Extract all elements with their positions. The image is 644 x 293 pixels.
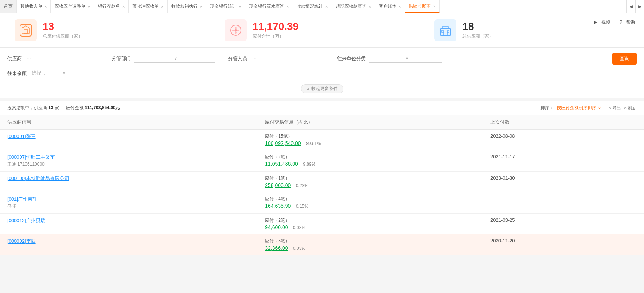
close-tab-icon[interactable]: × — [399, 4, 401, 9]
close-tab-icon[interactable]: × — [88, 4, 90, 9]
tx-percent-1: 9.89% — [303, 162, 315, 167]
tx-label-3: 应付（4笔） — [265, 196, 476, 202]
tx-cell-1: 应付（2笔） 11,051,486.00 9.89% — [258, 150, 483, 172]
nav-tab-label: 应收应付调整单 — [55, 3, 85, 10]
filter-person: 分管人员 — [228, 54, 324, 63]
supplier-link-3[interactable]: [001]广州荣轩 — [7, 196, 37, 202]
close-tab-icon[interactable]: × — [161, 4, 163, 9]
person-filter-input[interactable] — [250, 54, 324, 63]
tx-amount-0[interactable]: 100,092,540.00 — [265, 140, 301, 146]
filter-balance: 往来余额 选择... ∨ — [7, 68, 96, 78]
dept-filter-select[interactable]: ∨ — [134, 55, 215, 63]
close-tab-icon[interactable]: × — [325, 4, 328, 9]
nav-tab-overdue-ar[interactable]: 超期应收款查询× — [332, 0, 375, 13]
tx-amount-5[interactable]: 32,366.00 — [265, 245, 288, 251]
col-tx-info: 应付交易信息（占比） — [258, 115, 483, 130]
summary-icon-2 — [225, 19, 247, 41]
supplier-link-1[interactable]: [000007]恒旺二手叉车 — [7, 154, 55, 160]
result-info: 搜索结果中，供应商 13 家 应付金额 111,703,854.00元 — [7, 105, 540, 111]
tx-amount-1[interactable]: 11,051,486.00 — [265, 161, 298, 167]
sort-label: 排序： — [540, 105, 554, 111]
tx-amount-3[interactable]: 164,635.90 — [265, 203, 291, 209]
filter-row-1: 供应商 分管部门 ∨ 分管人员 往来单位分类 ∨ 查询 — [7, 53, 637, 65]
collapse-button[interactable]: ∧ 收起更多条件 — [301, 84, 343, 93]
nav-tab-prepay-ar[interactable]: 预收冲应收单× — [129, 0, 167, 13]
col-supplier-info: 供应商信息 — [0, 115, 258, 130]
tx-cell-4: 应付（2笔） 94,600.00 0.08% — [258, 214, 483, 234]
sort-arrow-icon: ∨ — [598, 105, 601, 110]
nav-tab-other-income[interactable]: 其他收入单× — [17, 0, 51, 13]
tx-cell-5: 应付（5笔） 32,366.00 0.03% — [258, 234, 483, 255]
tx-percent-0: 89.61% — [306, 141, 321, 146]
nav-prev-arrow[interactable]: ◀ — [626, 0, 635, 13]
refresh-button[interactable]: ○ 刷新 — [624, 105, 637, 111]
tx-percent-2: 0.23% — [296, 183, 308, 188]
sort-value[interactable]: 按应付余额倒序排序 ∨ — [557, 105, 601, 111]
summary-num-3: 18 — [462, 21, 493, 32]
supplier-sub-1: 王通 17106110000 — [7, 161, 250, 168]
table-row: [001]广州荣轩 仔仔 应付（4笔） 164,635.90 0.15% — [0, 192, 644, 214]
summary-text-3: 18 总供应商（家） — [462, 21, 493, 39]
nav-tab-receipt-stat[interactable]: 收款情况统计× — [293, 0, 332, 13]
filter-dept: 分管部门 ∨ — [112, 55, 215, 63]
summary-icon-3 — [434, 19, 456, 41]
supplier-link-0[interactable]: [000001]张三 — [7, 134, 36, 139]
export-button[interactable]: ○ 导出 — [609, 105, 621, 111]
summary-icon-1 — [15, 19, 37, 41]
nav-tab-label: 收款情况统计 — [297, 3, 323, 10]
nav-tab-ar-ap-adjust[interactable]: 应收应付调整单× — [51, 0, 94, 13]
filter-category: 往来单位分类 ∨ — [337, 55, 442, 63]
close-tab-icon[interactable]: × — [433, 4, 435, 8]
result-prefix: 搜索结果中，供应商 — [7, 105, 47, 110]
balance-filter-select[interactable]: 选择... ∨ — [29, 68, 96, 78]
nav-tab-cash-bank-flow[interactable]: 现金银行流水查询× — [245, 0, 293, 13]
nav-tab-supplier-ledger[interactable]: 供应商账本× — [405, 0, 439, 13]
svg-rect-1 — [24, 30, 28, 33]
last-pay-date-2: 2023-01-30 — [490, 175, 515, 181]
nav-next-arrow[interactable]: ▶ — [635, 0, 644, 13]
nav-tab-bank-deposit[interactable]: 银行存款单× — [94, 0, 129, 13]
tx-cell-3: 应付（4笔） 164,635.90 0.15% — [258, 192, 483, 214]
nav-tab-customer-ledger[interactable]: 客户账本× — [375, 0, 405, 13]
tx-amount-4[interactable]: 94,600.00 — [265, 224, 288, 230]
summary-label-1: 总应付供应商（家） — [43, 33, 83, 39]
tx-label-2: 应付（1笔） — [265, 175, 476, 182]
close-tab-icon[interactable]: × — [239, 4, 241, 9]
summary-label-3: 总供应商（家） — [462, 33, 493, 39]
filter-section: 供应商 分管部门 ∨ 分管人员 往来单位分类 ∨ 查询 往来余额 选择 — [0, 48, 644, 98]
video-icon: ▶ — [594, 20, 597, 25]
supplier-link-4[interactable]: [000012]广州贝瑞 — [7, 218, 45, 223]
nav-tab-label: 银行存款单 — [98, 3, 120, 10]
supplier-link-2[interactable]: [000100]本特勤油品有限公司 — [7, 176, 69, 181]
nav-tab-receipt-verify[interactable]: 收款核销执行× — [168, 0, 206, 13]
nav-tab-cash-bank-stat[interactable]: 现金银行统计× — [206, 0, 245, 13]
category-filter-label: 往来单位分类 — [337, 55, 366, 62]
collapse-bar: ∧ 收起更多条件 — [7, 82, 637, 94]
supplier-filter-input[interactable] — [25, 54, 98, 63]
video-label[interactable]: 视频 — [601, 20, 610, 25]
search-button[interactable]: 查询 — [612, 53, 637, 65]
close-tab-icon[interactable]: × — [287, 4, 289, 9]
result-suffix-1: 家 — [55, 105, 59, 110]
close-tab-icon[interactable]: × — [122, 4, 125, 9]
help-icon: ? — [620, 20, 622, 25]
tx-label-1: 应付（2笔） — [265, 154, 476, 160]
nav-tab-label: 预收冲应收单 — [132, 3, 159, 10]
last-pay-date-1: 2021-11-17 — [490, 154, 515, 159]
export-label: 导出 — [612, 105, 621, 111]
supplier-link-5[interactable]: [000002]李四 — [7, 238, 36, 244]
last-pay-date-4: 2021-03-25 — [490, 217, 515, 223]
nav-tab-home[interactable]: 首页 — [0, 0, 17, 13]
supplier-cell-3: [001]广州荣轩 仔仔 — [0, 192, 258, 214]
tx-amount-2[interactable]: 258,000.00 — [265, 182, 291, 188]
close-tab-icon[interactable]: × — [369, 4, 371, 9]
nav-tab-label: 收款核销执行 — [171, 3, 198, 10]
close-tab-icon[interactable]: × — [200, 4, 202, 9]
top-navigation: 首页其他收入单×应收应付调整单×银行存款单×预收冲应收单×收款核销执行×现金银行… — [0, 0, 644, 13]
tx-label-5: 应付（5笔） — [265, 238, 476, 244]
close-tab-icon[interactable]: × — [45, 4, 47, 9]
balance-filter-label: 往来余额 — [7, 70, 27, 77]
help-label[interactable]: 帮助 — [626, 20, 635, 25]
category-filter-select[interactable]: ∨ — [369, 55, 442, 63]
summary-text-1: 13 总应付供应商（家） — [43, 21, 83, 39]
